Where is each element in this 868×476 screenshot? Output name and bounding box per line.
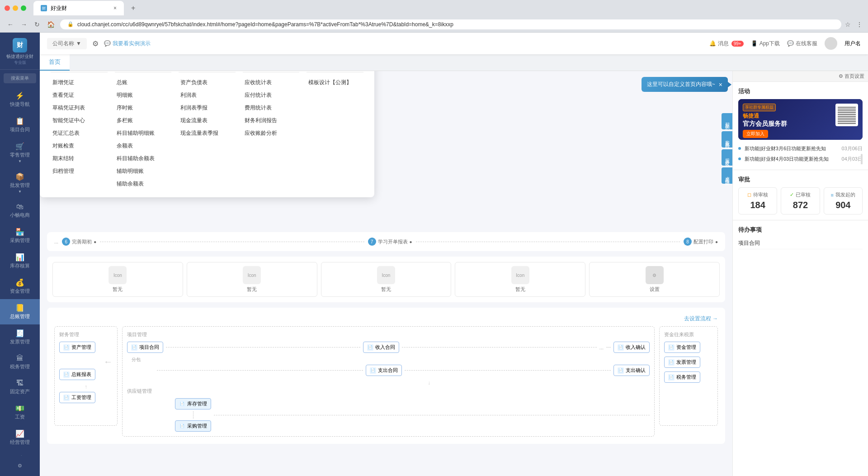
customer-service-btn[interactable]: 客服热线 — [722, 131, 732, 148]
set-flow-link[interactable]: 去设置流程 → — [684, 315, 718, 323]
sidebar-item-salary[interactable]: 💵 工资 — [0, 400, 40, 425]
sidebar-item-project[interactable]: 📋 项目合同 — [0, 112, 40, 138]
wf-inventory-mgmt[interactable]: 📄 库存管理 — [175, 398, 211, 409]
icon-cell-4[interactable]: Icon 暂无 — [455, 262, 585, 297]
online-service-btn[interactable]: 💬 在线客服 — [787, 40, 817, 48]
home-button[interactable]: 🏠 — [45, 20, 57, 29]
header-settings-icon[interactable]: ⚙ — [92, 39, 99, 48]
address-bar[interactable]: 🔒 cloud.chanjet.com/cc/u6d89qwnryel/57bf… — [60, 19, 841, 29]
new-tab-button[interactable]: + — [127, 2, 139, 14]
dropdown-item-multi-column[interactable]: 多栏账 — [115, 114, 172, 127]
wf-invoice-mgmt[interactable]: 📄 发票管理 — [664, 357, 700, 368]
wf-node-salary-box[interactable]: 📄 工资管理 — [59, 392, 95, 403]
dropdown-item-subject-detail[interactable]: 科目辅助明细账 — [115, 127, 172, 139]
browser-max-btn[interactable] — [21, 5, 26, 11]
tab-home[interactable]: 首页 — [40, 54, 70, 71]
dropdown-item-smart-voucher[interactable]: 智能凭证中心 — [51, 114, 108, 127]
sidebar-search-btn[interactable]: 搜索菜单 — [4, 73, 36, 83]
forward-button[interactable]: → — [19, 20, 29, 29]
dropdown-item-sequence-ledger[interactable]: 序时账 — [115, 101, 172, 114]
dropdown-item-aux-balance[interactable]: 辅助余额表 — [115, 177, 172, 190]
sidebar-settings-button[interactable]: ⚙ — [16, 459, 24, 472]
floating-tooltip[interactable]: 这里可以自定义首页内容哦~ × — [642, 77, 728, 92]
wf-node-asset-mgmt[interactable]: 📄 资产管理 — [59, 342, 95, 353]
desktop-shortcut-btn[interactable]: 桌面快捷 — [722, 167, 732, 184]
approval-card-approved[interactable]: ✓ 已审核 872 — [781, 187, 820, 214]
wf-tax-mgmt[interactable]: 📄 税务管理 — [664, 371, 700, 383]
dropdown-item-archive[interactable]: 归档管理 — [51, 165, 108, 177]
sidebar-label-finance: 资金管理 — [10, 288, 30, 295]
home-settings-btn[interactable]: ⚙ 首页设置 — [839, 73, 864, 80]
service-community-btn[interactable]: 服务社区 — [722, 149, 732, 166]
dropdown-item-view-voucher[interactable]: 查看凭证 — [51, 89, 108, 101]
company-selector[interactable]: 公司名称 ▼ — [47, 38, 87, 49]
sidebar-item-wholesale[interactable]: 📦 批发管理 ▼ — [0, 168, 40, 198]
icon-cell-settings[interactable]: ⚙ 设置 — [589, 262, 720, 297]
wf-project-contract[interactable]: 📄 项目合同 — [127, 342, 163, 353]
dropdown-item-profit-loss[interactable]: 利润表 — [179, 89, 236, 101]
sidebar-item-finance[interactable]: 💰 资金管理 — [0, 274, 40, 299]
app-download-btn[interactable]: 📱 App下载 — [751, 40, 780, 48]
wf-income-contract[interactable]: 📄 收入合同 — [363, 342, 399, 353]
news-item-2[interactable]: 新功能|好业财4月03日功能更新抢先知 04月03日 — [738, 154, 863, 164]
tab-close[interactable]: × — [113, 5, 117, 11]
tooltip-close[interactable]: × — [719, 81, 722, 88]
dropdown-item-payable-stats[interactable]: 应付统计表 — [243, 89, 300, 101]
sidebar-item-tax[interactable]: 🏛 税务管理 — [0, 350, 40, 375]
browser-close-btn[interactable] — [5, 5, 10, 11]
sidebar-item-shortcuts[interactable]: ⚡ 快捷导航 — [0, 87, 40, 112]
sidebar-item-marketing[interactable]: 📣 小畅销售 — [0, 450, 40, 456]
banner-join-btn[interactable]: 立即加入 — [743, 130, 768, 138]
dropdown-item-profit-quarterly[interactable]: 利润表季报 — [179, 101, 236, 114]
sidebar-item-purchase[interactable]: 🏪 采购管理 — [0, 223, 40, 248]
dropdown-item-reconcile[interactable]: 对账检查 — [51, 139, 108, 152]
dropdown-item-receivable-stats[interactable]: 应收统计表 — [243, 76, 300, 89]
user-avatar[interactable] — [825, 37, 837, 50]
sidebar-item-ops[interactable]: 📈 经营管理 — [0, 425, 40, 450]
dropdown-item-cashflow-quarterly[interactable]: 现金流量表季报 — [179, 127, 236, 139]
dropdown-item-cashflow[interactable]: 现金流量表 — [179, 114, 236, 127]
dropdown-item-general-ledger[interactable]: 总账 — [115, 76, 172, 89]
dropdown-item-balance[interactable]: 余额表 — [115, 139, 172, 152]
browser-tab[interactable]: 财 好业财 × — [33, 1, 124, 15]
sidebar-item-invoice[interactable]: 🧾 发票管理 — [0, 324, 40, 350]
news-item-1[interactable]: 新功能|好业财3月6日功能更新抢先知 03月06日 — [738, 143, 863, 154]
demo-link[interactable]: 💬 我要看实例演示 — [104, 40, 151, 48]
dropdown-item-balance-sheet[interactable]: 资产负债表 — [179, 76, 236, 89]
dropdown-item-expense-stats[interactable]: 费用统计表 — [243, 101, 300, 114]
sidebar-item-sales[interactable]: 🛒 零售管理 ▼ — [0, 138, 40, 168]
approval-card-mysubmit[interactable]: ≡ 我发起的 904 — [824, 187, 863, 214]
notification-btn[interactable]: 🔔 消息 99+ — [709, 40, 744, 48]
dropdown-item-voucher-summary[interactable]: 凭证汇总表 — [51, 127, 108, 139]
wf-purchase-mgmt[interactable]: 📄 采购管理 — [175, 420, 211, 432]
approval-card-pending[interactable]: ◻ 待审核 184 — [738, 187, 777, 214]
dropdown-item-aux-detail[interactable]: 辅助明细账 — [115, 165, 172, 177]
dropdown-item-period-close[interactable]: 期末结转 — [51, 152, 108, 165]
bookmark-icon[interactable]: ☆ — [845, 21, 851, 28]
dropdown-item-new-voucher[interactable]: 新增凭证 — [51, 76, 108, 89]
sidebar-item-fixed-assets[interactable]: 🏗 固定资产 — [0, 375, 40, 400]
icon-cell-2[interactable]: Icon 暂无 — [187, 262, 317, 297]
help-center-btn[interactable]: 帮助中心 — [722, 113, 732, 129]
browser-min-btn[interactable] — [13, 5, 18, 11]
dropdown-item-draft-voucher[interactable]: 草稿凭证列表 — [51, 101, 108, 114]
sidebar-item-inventory[interactable]: 📊 库存核算 — [0, 248, 40, 274]
back-button[interactable]: ← — [5, 20, 15, 29]
wf-expense-confirm[interactable]: 📄 支出确认 — [613, 365, 650, 376]
dropdown-item-subject-balance[interactable]: 科目辅助余额表 — [115, 152, 172, 165]
wf-node-ledger-report-box[interactable]: 📄 总账报表 — [59, 369, 95, 380]
menu-icon[interactable]: ⋮ — [856, 21, 863, 28]
icon-cell-3[interactable]: Icon 暂无 — [321, 262, 452, 297]
wf-income-confirm[interactable]: 📄 收入确认 — [613, 342, 650, 353]
dropdown-item-profit-report[interactable]: 财务利润报告 — [243, 114, 300, 127]
wf-capital-mgmt[interactable]: 📄 资金管理 — [664, 342, 700, 353]
dropdown-item-template-design[interactable]: 模板设计【公测】 — [307, 76, 363, 89]
dropdown-item-detail-ledger[interactable]: 明细账 — [115, 89, 172, 101]
sidebar-item-accounting[interactable]: 📒 总账管理 — [0, 299, 40, 324]
reload-button[interactable]: ↻ — [33, 20, 42, 29]
activity-banner[interactable]: 享社群专属权益 畅捷通 官方会员服务群 立即加入 — [738, 99, 863, 140]
sidebar-item-ecommerce[interactable]: 🛍 小畅电商 — [0, 198, 40, 223]
wf-expense-contract[interactable]: 📄 支出合同 — [366, 365, 402, 376]
dropdown-item-aging-analysis[interactable]: 应收账龄分析 — [243, 127, 300, 139]
icon-cell-1[interactable]: Icon 暂无 — [52, 262, 183, 297]
